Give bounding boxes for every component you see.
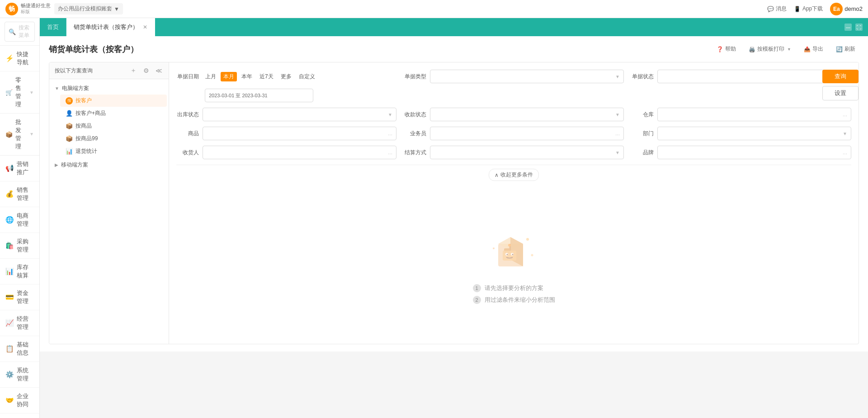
receiver-input[interactable]: ...	[203, 146, 396, 159]
scheme-collapse-button[interactable]: ≪	[154, 66, 163, 75]
tree-group-mobile-header[interactable]: ▶ 移动端方案	[49, 159, 169, 171]
tip-text-2: 用过滤条件来缩小分析范围	[485, 296, 555, 304]
date-btn-this-month[interactable]: 本月	[221, 72, 237, 81]
payment-select[interactable]: ▼	[430, 108, 624, 121]
sidebar-item-newbie[interactable]: 🎯 新手引导	[0, 413, 39, 418]
salesperson-input[interactable]: ...	[430, 127, 624, 140]
sidebar-item-finance[interactable]: 💳 资金管理	[0, 285, 39, 310]
salesperson-dots: ...	[615, 130, 620, 137]
tree-item-by-product-99[interactable]: 📦 按商品99	[60, 133, 167, 145]
query-button[interactable]: 查询	[822, 70, 859, 83]
warehouse-dots: ...	[843, 111, 847, 118]
sidebar: 🔍 搜索菜单 ⚡ 快捷导航 🛒 零售管理 ▼ 📦 批发管理 ▲ 📢 营销推广	[0, 18, 40, 418]
sidebar-item-purchase[interactable]: 🛍️ 采购管理	[0, 233, 39, 259]
sidebar-item-operations[interactable]: 📈 经营管理	[0, 310, 39, 336]
scheme-settings-button[interactable]: ⚙	[142, 66, 151, 75]
logo-text-block: 畅捷通好生意 标版	[21, 3, 51, 15]
order-type-select[interactable]: ▼	[430, 70, 624, 83]
empty-tip-2: 2 用过滤条件来缩小分析范围	[473, 296, 555, 304]
page-inner: 销货单统计表（按客户） ❓ 帮助 🖨️ 按模板打印 📤 导出	[40, 36, 868, 352]
date-btn-last-month[interactable]: 上月	[203, 72, 219, 81]
collapse-button[interactable]: ∧ 收起更多条件	[489, 169, 539, 181]
finance-label: 资金管理	[17, 289, 34, 305]
tab-sales-stats-label: 销货单统计表（按客户）	[74, 23, 138, 31]
quick-nav-icon: ⚡	[5, 54, 14, 62]
sidebar-item-quick-nav[interactable]: ⚡ 快捷导航	[0, 46, 39, 71]
user-area[interactable]: Ea demo2	[830, 3, 863, 15]
ecommerce-icon: 🌐	[5, 216, 14, 224]
retail-header[interactable]: 🛒 零售管理 ▼	[0, 71, 39, 113]
page-title: 销货单统计表（按客户）	[49, 44, 138, 55]
page-header: 销货单统计表（按客户） ❓ 帮助 🖨️ 按模板打印 📤 导出	[49, 43, 859, 55]
settlement-select[interactable]: ▼	[430, 146, 624, 159]
date-btn-more[interactable]: 更多	[278, 72, 294, 81]
enterprise-label: 企业协同	[17, 392, 34, 408]
sidebar-item-enterprise[interactable]: 🤝 企业协同	[0, 388, 39, 413]
tree-item-by-customer[interactable]: 按 按客户	[60, 95, 167, 107]
sidebar-item-marketing[interactable]: 📢 营销推广	[0, 156, 39, 181]
wholesale-header[interactable]: 📦 批发管理 ▲	[0, 114, 39, 155]
date-value-input[interactable]: 2023-03-01 至 2023-03-31	[205, 89, 313, 102]
export-button[interactable]: 📤 导出	[800, 43, 827, 55]
search-inner[interactable]: 🔍 搜索菜单	[5, 22, 35, 42]
warehouse-input[interactable]: ...	[657, 108, 851, 121]
template-print-button[interactable]: 🖨️ 按模板打印	[745, 43, 795, 55]
filter-item-order-type: 单据类型 ▼	[404, 70, 624, 83]
right-panel-wrapper: 单据日期 上月 本月 本年 近7天 更多 自定义	[169, 62, 859, 344]
tree-group-pc-header[interactable]: ▼ 电脑端方案	[49, 83, 169, 94]
payment-arrow-icon: ▼	[615, 112, 620, 117]
date-btn-this-year[interactable]: 本年	[239, 72, 255, 81]
tree-group-pc: ▼ 电脑端方案 按 按客户 👤	[49, 83, 169, 157]
message-label: 消息	[776, 5, 787, 13]
date-value-text: 2023-03-01 至 2023-03-31	[209, 92, 268, 99]
panel-split: 按以下方案查询 ＋ ⚙ ≪ ▼ 电脑端方案	[49, 62, 859, 344]
enterprise-icon: 🤝	[5, 396, 14, 404]
tip-num-1: 1	[473, 284, 481, 292]
sidebar-item-system[interactable]: ⚙️ 系统管理	[0, 362, 39, 388]
salesperson-label: 业务员	[404, 130, 426, 138]
tab-sales-stats[interactable]: 销货单统计表（按客户） ✕	[66, 18, 155, 36]
export-label: 导出	[812, 45, 823, 53]
receiver-label: 收货人	[176, 149, 199, 157]
by-customer-product-icon: 👤	[66, 110, 73, 117]
sidebar-item-ecommerce[interactable]: 🌐 电商管理	[0, 207, 39, 233]
sidebar-search[interactable]: 🔍 搜索菜单	[0, 18, 39, 46]
scheme-panel: 按以下方案查询 ＋ ⚙ ≪ ▼ 电脑端方案	[49, 62, 169, 344]
department-select[interactable]: ▼	[657, 127, 851, 140]
message-action[interactable]: 💬 消息	[767, 5, 787, 13]
nav-group-wholesale: 📦 批发管理 ▲	[0, 114, 39, 156]
svg-point-7	[531, 254, 533, 256]
operations-label: 经营管理	[17, 315, 34, 331]
platform-selector[interactable]: 办公用品行业模拟账套 ▼	[54, 3, 123, 14]
tab-home[interactable]: 首页	[40, 18, 66, 36]
date-btn-last-7days[interactable]: 近7天	[257, 72, 276, 81]
tree-item-return-stats[interactable]: 📊 退货统计	[60, 145, 167, 157]
brand-dots: ...	[843, 149, 847, 156]
window-minimize-button[interactable]: —	[844, 24, 852, 31]
window-maximize-button[interactable]: ⛶	[855, 24, 863, 31]
refresh-button[interactable]: 🔄 刷新	[832, 43, 859, 55]
delivery-select[interactable]: ▼	[203, 108, 396, 121]
by-product-label: 按商品	[75, 122, 92, 130]
empty-tips: 1 请先选择要分析的方案 2 用过滤条件来缩小分析范围	[473, 284, 555, 308]
product-input[interactable]: ...	[203, 127, 396, 140]
date-btn-custom[interactable]: 自定义	[296, 72, 318, 81]
brand-input[interactable]: ...	[657, 146, 851, 159]
mobile-group-label: 移动端方案	[61, 161, 88, 169]
help-button[interactable]: ❓ 帮助	[713, 43, 740, 55]
app-download-action[interactable]: 📱 App下载	[794, 5, 823, 13]
template-print-label: 按模板打印	[757, 45, 784, 53]
tree-item-by-product[interactable]: 📦 按商品	[60, 120, 167, 132]
settings-button[interactable]: 设置	[822, 86, 859, 100]
sidebar-item-sales[interactable]: 💰 销售管理	[0, 181, 39, 207]
settlement-arrow-icon: ▼	[615, 150, 620, 155]
product-dots: ...	[388, 130, 392, 137]
tab-close-icon[interactable]: ✕	[143, 24, 147, 30]
sidebar-item-inventory[interactable]: 📊 库存核算	[0, 259, 39, 285]
scheme-add-button[interactable]: ＋	[129, 66, 138, 75]
sidebar-item-basic[interactable]: 📋 基础信息	[0, 336, 39, 362]
pc-toggle-icon: ▼	[55, 86, 59, 91]
tree-item-by-customer-product[interactable]: 👤 按客户+商品	[60, 107, 167, 119]
wholesale-label: 批发管理	[15, 118, 27, 151]
filter-item-payment: 收款状态 ▼	[404, 108, 624, 121]
